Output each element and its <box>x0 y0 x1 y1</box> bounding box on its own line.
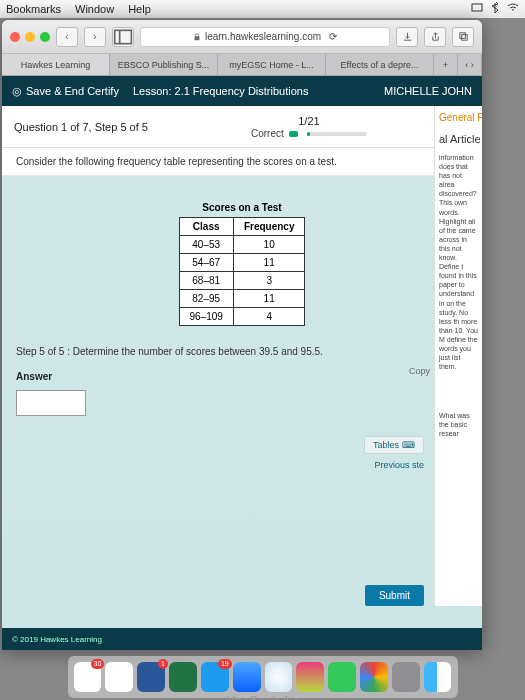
table-row: 54–6711 <box>179 254 305 272</box>
new-tab-button[interactable]: + <box>434 54 458 75</box>
article-heading: al Article <box>439 133 478 145</box>
dock-appstore-icon[interactable] <box>233 662 261 692</box>
wifi-icon[interactable] <box>507 2 519 16</box>
menu-bookmarks[interactable]: Bookmarks <box>6 3 61 15</box>
svg-rect-5 <box>461 35 467 41</box>
browser-window: ‹ › learn.hawkeslearning.com ⟳ Hawkes Le… <box>2 20 482 650</box>
question-label: Question 1 of 7, Step 5 of 5 <box>14 121 148 133</box>
copy-button[interactable]: Copy <box>409 366 430 376</box>
progress-text: 1/21 <box>148 115 470 127</box>
dock-finder-icon[interactable] <box>424 662 452 692</box>
col-freq: Frequency <box>233 218 305 236</box>
status-badge <box>289 131 298 137</box>
page-content: ◎ Save & End Certify Lesson: 2.1 Frequen… <box>2 76 482 650</box>
tab-effects[interactable]: Effects of a depre... <box>326 54 434 75</box>
back-button[interactable]: ‹ <box>56 27 78 47</box>
os-menubar: Bookmarks Window Help <box>0 0 525 18</box>
download-button[interactable] <box>396 27 418 47</box>
share-button[interactable] <box>424 27 446 47</box>
screen-icon[interactable] <box>471 2 483 16</box>
url-text: learn.hawkeslearning.com <box>205 31 321 42</box>
svg-rect-1 <box>115 30 132 43</box>
table-row: 96–1094 <box>179 308 305 326</box>
general-psyc-link[interactable]: General Psyc <box>439 112 478 123</box>
desktop: ‹ › learn.hawkeslearning.com ⟳ Hawkes Le… <box>0 18 525 700</box>
menu-window[interactable]: Window <box>75 3 114 15</box>
svg-rect-0 <box>472 4 482 11</box>
step-instruction: Step 5 of 5 : Determine the number of sc… <box>2 340 482 363</box>
col-class: Class <box>179 218 233 236</box>
dock-pages-icon[interactable] <box>105 662 133 692</box>
status-text: Correct <box>251 128 284 139</box>
table-title: Scores on a Test <box>179 198 306 217</box>
sidebar-button[interactable] <box>112 27 134 47</box>
article-question: What was the basic resear <box>439 411 478 438</box>
dock-safari-icon[interactable] <box>265 662 293 692</box>
user-name: MICHELLE JOHN <box>384 85 472 97</box>
table-row: 68–813 <box>179 272 305 290</box>
answer-input[interactable] <box>16 390 86 416</box>
tab-nav[interactable]: ‹ › <box>458 54 482 75</box>
app-header: ◎ Save & End Certify Lesson: 2.1 Frequen… <box>2 76 482 106</box>
browser-toolbar: ‹ › learn.hawkeslearning.com ⟳ <box>2 20 482 54</box>
progress-bar <box>307 132 367 136</box>
lock-icon <box>193 33 201 41</box>
svg-rect-4 <box>459 33 465 39</box>
previous-step-link[interactable]: Previous ste <box>374 460 424 470</box>
menu-help[interactable]: Help <box>128 3 151 15</box>
maximize-icon[interactable] <box>40 32 50 42</box>
question-prompt: Consider the following frequency table r… <box>2 148 482 176</box>
tabs-button[interactable] <box>452 27 474 47</box>
dock-excel-icon[interactable] <box>169 662 197 692</box>
address-bar[interactable]: learn.hawkeslearning.com ⟳ <box>140 27 390 47</box>
article-text: information does that has not alrea disc… <box>439 153 478 371</box>
frequency-table: Scores on a Test ClassFrequency 40–5310 … <box>179 198 306 326</box>
svg-rect-3 <box>195 36 200 40</box>
dock-facetime-icon[interactable] <box>328 662 356 692</box>
dock-settings-icon[interactable] <box>392 662 420 692</box>
dock-word-icon[interactable] <box>137 662 165 692</box>
dock <box>68 656 458 698</box>
tab-hawkes[interactable]: Hawkes Learning <box>2 54 110 75</box>
macbook-label: MacBook Air <box>226 694 299 700</box>
dock-mail-icon[interactable] <box>201 662 229 692</box>
minimize-icon[interactable] <box>25 32 35 42</box>
lesson-title: Lesson: 2.1 Frequency Distributions <box>133 85 308 97</box>
window-controls <box>10 32 50 42</box>
forward-button[interactable]: › <box>84 27 106 47</box>
page-footer: © 2019 Hawkes Learning <box>2 628 482 650</box>
tables-button[interactable]: Tables ⌨ <box>364 436 424 454</box>
sidebar-panel: General Psyc al Article information does… <box>434 106 482 606</box>
tab-ebsco[interactable]: EBSCO Publishing S... <box>110 54 218 75</box>
tab-myegsc[interactable]: myEGSC Home - L... <box>218 54 326 75</box>
submit-button[interactable]: Submit <box>365 585 424 606</box>
target-icon: ◎ <box>12 85 22 98</box>
dock-chrome-icon[interactable] <box>360 662 388 692</box>
reload-icon[interactable]: ⟳ <box>329 31 337 42</box>
table-row: 40–5310 <box>179 236 305 254</box>
dock-itunes-icon[interactable] <box>296 662 324 692</box>
bluetooth-icon[interactable] <box>489 2 501 16</box>
save-end-button[interactable]: ◎ Save & End Certify <box>12 85 119 98</box>
keypad-icon: ⌨ <box>402 440 415 450</box>
tab-bar: Hawkes Learning EBSCO Publishing S... my… <box>2 54 482 76</box>
table-row: 82–9511 <box>179 290 305 308</box>
dock-calendar-icon[interactable] <box>74 662 102 692</box>
close-icon[interactable] <box>10 32 20 42</box>
question-bar: Question 1 of 7, Step 5 of 5 1/21 Correc… <box>2 106 482 148</box>
